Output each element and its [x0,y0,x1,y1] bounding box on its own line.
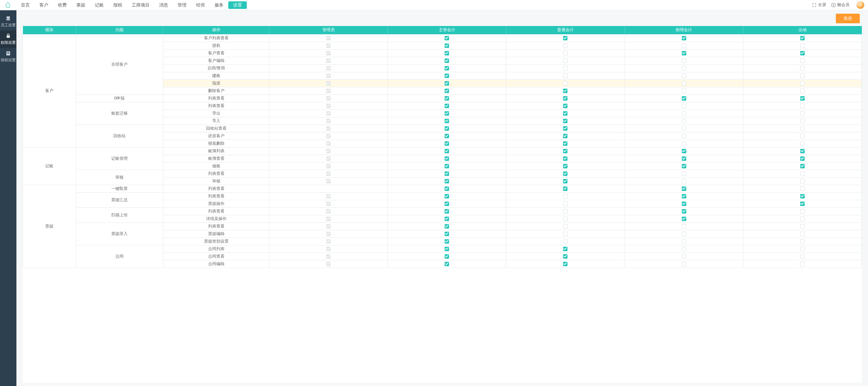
topnav-item[interactable]: 客户 [35,0,53,10]
topnav-item[interactable]: 首页 [16,0,35,10]
checkbox[interactable] [445,202,449,206]
checkbox[interactable] [800,36,805,40]
checkbox[interactable] [563,194,567,198]
topnav-item[interactable]: 设置 [228,1,247,9]
checkbox[interactable] [682,209,686,214]
checkbox[interactable] [445,179,449,183]
checkbox[interactable] [800,126,805,131]
checkbox[interactable] [800,89,805,93]
checkbox[interactable] [800,104,805,108]
checkbox[interactable] [445,36,449,40]
topnav-item[interactable]: 管理 [173,0,191,10]
checkbox[interactable] [445,149,449,153]
checkbox[interactable] [445,81,449,86]
checkbox[interactable] [800,59,805,63]
sidebar-item[interactable]: 权限设置 [0,30,16,48]
checkbox[interactable] [563,232,567,236]
checkbox[interactable] [445,126,449,131]
checkbox[interactable] [563,179,567,183]
checkbox[interactable] [563,171,567,176]
checkbox[interactable] [800,217,805,221]
topnav-item[interactable]: 工商项目 [127,0,154,10]
checkbox[interactable] [682,81,686,86]
checkbox[interactable] [800,141,805,146]
checkbox[interactable] [563,59,567,63]
checkbox[interactable] [682,141,686,146]
checkbox[interactable] [800,43,805,48]
checkbox[interactable] [682,59,686,63]
checkbox[interactable] [800,164,805,168]
checkbox[interactable] [563,186,567,191]
checkbox[interactable] [800,111,805,116]
checkbox[interactable] [682,126,686,131]
checkbox[interactable] [445,194,449,198]
checkbox[interactable] [682,202,686,206]
checkbox[interactable] [682,156,686,161]
checkbox[interactable] [682,232,686,236]
checkbox[interactable] [800,66,805,70]
checkbox[interactable] [682,104,686,108]
sidebar-item[interactable]: 报税设置 [0,48,16,65]
checkbox[interactable] [682,171,686,176]
checkbox[interactable] [682,149,686,153]
checkbox[interactable] [682,36,686,40]
checkbox[interactable] [800,156,805,161]
checkbox[interactable] [800,209,805,214]
checkbox[interactable] [800,96,805,101]
checkbox[interactable] [445,74,449,78]
checkbox[interactable] [682,119,686,123]
checkbox[interactable] [563,247,567,251]
checkbox[interactable] [563,141,567,146]
checkbox[interactable] [445,171,449,176]
checkbox[interactable] [445,164,449,168]
checkbox[interactable] [800,149,805,153]
checkbox[interactable] [682,179,686,183]
checkbox[interactable] [800,186,805,191]
checkbox[interactable] [682,66,686,70]
checkbox[interactable] [445,134,449,138]
checkbox[interactable] [445,96,449,101]
checkbox[interactable] [563,164,567,168]
checkbox[interactable] [563,254,567,259]
checkbox[interactable] [800,74,805,78]
checkbox[interactable] [800,171,805,176]
checkbox[interactable] [445,239,449,244]
avatar[interactable] [856,1,865,9]
checkbox[interactable] [563,134,567,138]
checkbox[interactable] [445,262,449,266]
checkbox[interactable] [682,239,686,244]
checkbox[interactable] [445,224,449,229]
fullscreen-button[interactable]: 全屏 [812,2,826,8]
checkbox[interactable] [682,224,686,229]
checkbox[interactable] [682,262,686,266]
topnav-item[interactable]: 消息 [154,0,173,10]
checkbox[interactable] [682,134,686,138]
checkbox[interactable] [682,96,686,101]
checkbox[interactable] [682,254,686,259]
checkbox[interactable] [563,89,567,93]
sidebar-item[interactable]: 员工设置 [0,13,16,30]
checkbox[interactable] [563,66,567,70]
checkbox[interactable] [800,262,805,266]
checkbox[interactable] [445,217,449,221]
checkbox[interactable] [563,209,567,214]
checkbox[interactable] [563,119,567,123]
checkbox[interactable] [682,51,686,55]
checkbox[interactable] [445,51,449,55]
checkbox[interactable] [445,254,449,259]
checkbox[interactable] [445,43,449,48]
checkbox[interactable] [800,179,805,183]
checkbox[interactable] [800,202,805,206]
checkbox[interactable] [563,104,567,108]
checkbox[interactable] [445,247,449,251]
checkbox[interactable] [563,74,567,78]
checkbox[interactable] [563,36,567,40]
topnav-item[interactable]: 经营 [191,0,210,10]
member-button[interactable]: 畅会员 [831,2,850,8]
checkbox[interactable] [445,141,449,146]
checkbox[interactable] [563,149,567,153]
checkbox[interactable] [682,74,686,78]
checkbox[interactable] [800,134,805,138]
checkbox[interactable] [682,186,686,191]
checkbox[interactable] [445,156,449,161]
